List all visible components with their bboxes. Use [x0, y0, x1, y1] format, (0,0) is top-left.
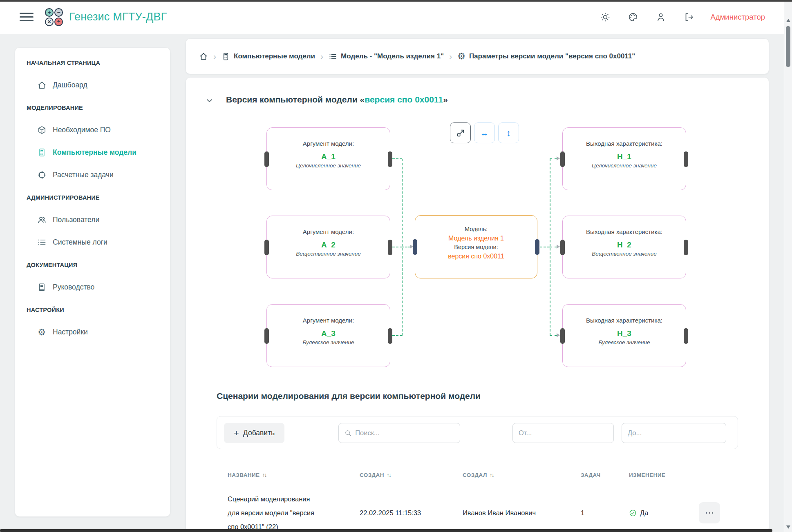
- connector-line: [540, 247, 550, 247]
- node-handle[interactable]: [560, 151, 565, 167]
- scenarios-table: НАЗВАНИЕ↑↓ СОЗДАН↑↓ СОЗДАЛ↑↓ ЗАДАЧ ИЗМЕН…: [228, 463, 743, 532]
- sidebar-item-computer-models[interactable]: Компьютерные модели: [15, 141, 170, 164]
- list-icon: [329, 52, 337, 61]
- connector-arrow-icon: [557, 156, 560, 160]
- add-scenario-button[interactable]: + Добавить: [224, 423, 284, 443]
- node-handle[interactable]: [264, 151, 269, 167]
- menu-toggle-button[interactable]: [20, 10, 34, 24]
- scroll-down-icon[interactable]: [786, 525, 790, 529]
- node-handle[interactable]: [535, 239, 539, 255]
- breadcrumb-computer-models[interactable]: Компьютерные модели: [221, 52, 315, 61]
- row-actions-button[interactable]: ⋯: [699, 502, 720, 523]
- node-handle[interactable]: [684, 151, 688, 167]
- palette-icon[interactable]: [627, 11, 639, 23]
- output-node-h3[interactable]: Выходная характеристика: H_3 Булевское з…: [562, 304, 686, 367]
- connector-arrow-icon: [557, 333, 560, 337]
- vertical-scrollbar[interactable]: [784, 2, 792, 532]
- output-type: Вещественное значение: [592, 251, 657, 257]
- column-header-created[interactable]: СОЗДАН↑↓: [360, 472, 463, 478]
- profile-icon[interactable]: [655, 11, 667, 23]
- column-header-name[interactable]: НАЗВАНИЕ↑↓: [228, 472, 360, 478]
- argument-name: A_3: [321, 329, 336, 338]
- vertical-scrollbar-thumb[interactable]: [786, 26, 790, 67]
- book-icon: [37, 283, 47, 292]
- sidebar-item-settings[interactable]: ⚙ Настройки: [15, 321, 170, 343]
- scenario-creator-cell: Иванов Иван Иванович: [463, 509, 581, 517]
- node-handle[interactable]: [264, 240, 269, 255]
- node-handle[interactable]: [388, 328, 392, 344]
- breadcrumb: › Компьютерные модели › Модель - "Модель…: [186, 39, 769, 74]
- output-node-h1[interactable]: Выходная характеристика: H_1 Целочисленн…: [562, 127, 686, 190]
- scroll-up-icon[interactable]: [786, 19, 790, 22]
- sort-icon[interactable]: ↑↓: [490, 472, 494, 478]
- sidebar-item-system-logs[interactable]: Системные логи: [15, 231, 170, 254]
- breadcrumb-home[interactable]: [199, 52, 208, 61]
- search-field: [338, 423, 460, 443]
- scenario-name-cell: Сценарий моделирования для версии модели…: [228, 492, 321, 532]
- argument-type: Целочисленное значение: [296, 162, 361, 169]
- sidebar-item-label: Настройки: [53, 328, 88, 336]
- table-header-row: НАЗВАНИЕ↑↓ СОЗДАН↑↓ СОЗДАЛ↑↓ ЗАДАЧ ИЗМЕН…: [228, 463, 743, 486]
- sidebar-item-label: Системные логи: [53, 238, 107, 247]
- column-header-change: ИЗМЕНЕНИЕ: [629, 472, 699, 478]
- argument-node-a2[interactable]: Аргумент модели: A_2 Вещественное значен…: [266, 216, 390, 278]
- sidebar-item-users[interactable]: Пользователи: [15, 209, 170, 231]
- breadcrumb-version-params[interactable]: ⚙ Параметры версии модели "версия спо 0x…: [457, 52, 635, 61]
- sidebar-item-calc-tasks[interactable]: Расчетные задачи: [15, 164, 170, 186]
- argument-type: Вещественное значение: [296, 251, 361, 257]
- sidebar-item-required-software[interactable]: Необходимое ПО: [15, 119, 170, 141]
- calculator-icon: [221, 52, 230, 61]
- horizontal-layout-button[interactable]: ↔: [474, 122, 495, 143]
- main-content-card: Версия компьютерной модели «версия спо 0…: [186, 78, 769, 532]
- collapse-chevron-icon[interactable]: [206, 97, 213, 104]
- argument-node-a1[interactable]: Аргумент модели: A_1 Целочисленное значе…: [266, 127, 390, 190]
- connector-line: [550, 158, 557, 159]
- argument-name: A_2: [321, 240, 336, 249]
- model-node[interactable]: Модель: Модель изделия 1 Версия модели: …: [415, 215, 537, 278]
- node-handle[interactable]: [560, 240, 565, 255]
- logo-plus-icon: +: [45, 8, 54, 17]
- user-role-label[interactable]: Администратор: [711, 13, 765, 22]
- logout-icon[interactable]: [683, 11, 694, 23]
- connector-line: [402, 247, 411, 247]
- scenarios-toolbar: + Добавить: [217, 416, 738, 449]
- sidebar-item-manual[interactable]: Руководство: [15, 276, 170, 298]
- breadcrumb-model[interactable]: Модель - "Модель изделия 1": [329, 52, 444, 61]
- node-handle[interactable]: [413, 239, 417, 255]
- output-name: H_2: [617, 240, 631, 249]
- logo-times-icon: ×: [45, 18, 54, 26]
- plus-icon: +: [234, 428, 239, 439]
- fit-view-button[interactable]: [450, 122, 471, 143]
- node-handle[interactable]: [388, 151, 392, 167]
- date-to-input[interactable]: [628, 429, 720, 437]
- date-from-input[interactable]: [519, 429, 608, 437]
- output-node-h2[interactable]: Выходная характеристика: H_2 Вещественно…: [562, 216, 686, 278]
- node-handle[interactable]: [560, 328, 565, 344]
- vertical-layout-button[interactable]: ↕: [498, 122, 519, 143]
- node-handle[interactable]: [684, 328, 688, 344]
- search-input[interactable]: [355, 429, 454, 437]
- sidebar-item-label: Необходимое ПО: [53, 126, 111, 134]
- vertical-arrow-icon: ↕: [506, 128, 511, 138]
- column-header-creator[interactable]: СОЗДАЛ↑↓: [463, 472, 581, 478]
- sidebar-section-modeling: МОДЕЛИРОВАНИЕ: [15, 96, 170, 119]
- table-row[interactable]: Сценарий моделирования для версии модели…: [228, 486, 743, 532]
- chip-icon: [37, 170, 47, 180]
- sidebar-item-label: Расчетные задачи: [53, 171, 114, 179]
- sidebar-item-label: Дашбоард: [53, 81, 87, 89]
- sidebar-item-dashboard[interactable]: Дашбоард: [15, 74, 170, 96]
- theme-sun-icon[interactable]: [600, 11, 611, 23]
- users-icon: [37, 215, 47, 225]
- sort-icon[interactable]: ↑↓: [387, 472, 391, 478]
- argument-type: Булевское значение: [302, 339, 354, 345]
- sort-icon[interactable]: ↑↓: [262, 472, 266, 478]
- node-handle[interactable]: [684, 240, 688, 255]
- horizontal-scrollbar-thumb[interactable]: [0, 529, 772, 532]
- node-handle[interactable]: [264, 328, 269, 344]
- sidebar-item-label: Руководство: [53, 283, 94, 292]
- output-type: Булевское значение: [598, 339, 650, 345]
- node-handle[interactable]: [388, 240, 392, 255]
- argument-node-a3[interactable]: Аргумент модели: A_3 Булевское значение: [266, 304, 390, 367]
- app-window: + − × ÷ Генезис МГТУ-ДВГ Администратор Н…: [0, 0, 792, 532]
- argument-name: A_1: [321, 152, 336, 161]
